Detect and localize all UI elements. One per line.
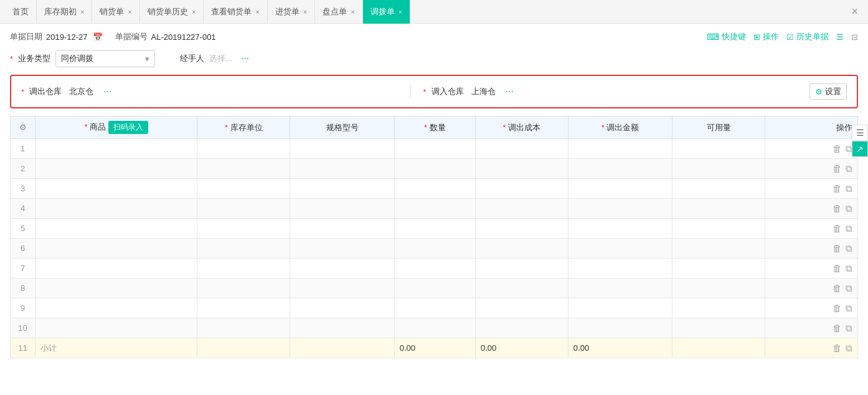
row-unit-3[interactable] [197,179,290,199]
row-spec-6[interactable] [290,239,394,259]
row-delete-icon-9[interactable]: 🗑 [833,303,842,313]
row-amount-6[interactable] [568,239,672,259]
row-unit-7[interactable] [197,259,290,278]
scan-entry-button[interactable]: 扫码录入 [108,121,148,134]
row-copy-icon-7[interactable]: ⧉ [846,263,852,274]
row-cost-6[interactable] [475,239,568,259]
person-select[interactable]: 选择... [209,53,232,64]
row-qty-3[interactable] [394,179,475,199]
row-copy-icon-6[interactable]: ⧉ [846,243,852,254]
row-unit-8[interactable] [197,278,290,298]
row-cost-4[interactable] [475,199,568,219]
row-unit-9[interactable] [197,298,290,318]
row-cost-1[interactable] [475,139,568,159]
row-unit-1[interactable] [197,139,290,159]
row-amount-1[interactable] [568,139,672,159]
tab-view-sales-close[interactable]: × [255,8,259,16]
row-delete-icon-4[interactable]: 🗑 [833,203,842,214]
transfer-in-more-btn[interactable]: ··· [506,86,514,97]
operation-button[interactable]: ⊞ 操作 [753,31,779,42]
row-copy-icon-8[interactable]: ⧉ [846,283,852,294]
tab-init-inventory[interactable]: 库存期初 × [37,0,92,24]
row-spec-10[interactable] [290,318,394,338]
tab-transfer[interactable]: 调拨单 × [363,0,410,24]
row-amount-3[interactable] [568,179,672,199]
row-product-5[interactable] [35,219,197,239]
row-cost-7[interactable] [475,259,568,278]
biz-type-select[interactable]: 同价调拨 ▾ [55,50,155,67]
row-cost-2[interactable] [475,159,568,179]
row-product-1[interactable] [35,139,197,159]
row-product-4[interactable] [35,199,197,219]
tab-purchase-order[interactable]: 进货单 × [268,0,315,24]
row-qty-8[interactable] [394,278,475,298]
settings-button[interactable]: ⚙ 设置 [809,83,847,100]
row-unit-2[interactable] [197,159,290,179]
row-qty-7[interactable] [394,259,475,278]
tab-stocktake-close[interactable]: × [351,8,354,16]
row-unit-4[interactable] [197,199,290,219]
row-product-9[interactable] [35,298,197,318]
row-spec-9[interactable] [290,298,394,318]
row-copy-icon-9[interactable]: ⧉ [846,303,852,314]
row-copy-icon-4[interactable]: ⧉ [846,203,852,214]
window-close-button[interactable]: × [846,5,863,18]
view-toggle-list[interactable]: ☰ [836,32,844,42]
row-cost-5[interactable] [475,219,568,239]
row-qty-4[interactable] [394,199,475,219]
row-unit-10[interactable] [197,318,290,338]
row-delete-icon-10[interactable]: 🗑 [833,323,842,333]
row-spec-4[interactable] [290,199,394,219]
row-delete-icon-2[interactable]: 🗑 [833,163,842,174]
delete-icon[interactable]: 🗑 [833,343,842,353]
tab-sales-order-close[interactable]: × [128,8,131,16]
calendar-icon[interactable]: 📅 [93,32,103,42]
tab-init-inventory-close[interactable]: × [80,8,84,16]
row-unit-6[interactable] [197,239,290,259]
tab-home[interactable]: 首页 [5,0,37,24]
row-spec-7[interactable] [290,259,394,278]
row-product-6[interactable] [35,239,197,259]
row-amount-9[interactable] [568,298,672,318]
row-cost-10[interactable] [475,318,568,338]
row-product-3[interactable] [35,179,197,199]
row-spec-2[interactable] [290,159,394,179]
row-delete-icon-3[interactable]: 🗑 [833,183,842,194]
row-qty-2[interactable] [394,159,475,179]
row-delete-icon-5[interactable]: 🗑 [833,223,842,234]
row-qty-10[interactable] [394,318,475,338]
row-amount-7[interactable] [568,259,672,278]
copy-icon[interactable]: ⧉ [846,343,852,354]
tab-sales-order[interactable]: 销货单 × [92,0,139,24]
person-more-btn[interactable]: ··· [241,53,249,64]
row-amount-2[interactable] [568,159,672,179]
row-delete-icon-6[interactable]: 🗑 [833,243,842,254]
row-copy-icon-3[interactable]: ⧉ [846,183,852,194]
tab-transfer-close[interactable]: × [399,8,402,16]
sidebar-export-icon[interactable]: ↗ [852,141,868,157]
row-delete-icon-1[interactable]: 🗑 [833,143,842,154]
row-delete-icon-8[interactable]: 🗑 [833,283,842,293]
row-product-10[interactable] [35,318,197,338]
row-copy-icon-2[interactable]: ⧉ [846,163,852,174]
tab-stocktake[interactable]: 盘点单 × [315,0,362,24]
tab-view-sales[interactable]: 查看销货单 × [204,0,267,24]
history-button[interactable]: ☑ 历史单据 [786,31,829,42]
row-amount-5[interactable] [568,219,672,239]
row-unit-5[interactable] [197,219,290,239]
row-spec-3[interactable] [290,179,394,199]
row-spec-5[interactable] [290,219,394,239]
row-cost-8[interactable] [475,278,568,298]
row-spec-1[interactable] [290,139,394,159]
row-cost-3[interactable] [475,179,568,199]
row-amount-4[interactable] [568,199,672,219]
row-qty-1[interactable] [394,139,475,159]
shortcut-button[interactable]: ⌨ 快捷键 [707,31,746,42]
col-gear-icon[interactable]: ⚙ [19,123,27,132]
row-spec-8[interactable] [290,278,394,298]
tab-sales-history-close[interactable]: × [192,8,196,16]
row-copy-icon-5[interactable]: ⧉ [846,223,852,234]
transfer-out-more-btn[interactable]: ··· [103,86,111,97]
tab-purchase-order-close[interactable]: × [303,8,307,16]
row-qty-6[interactable] [394,239,475,259]
